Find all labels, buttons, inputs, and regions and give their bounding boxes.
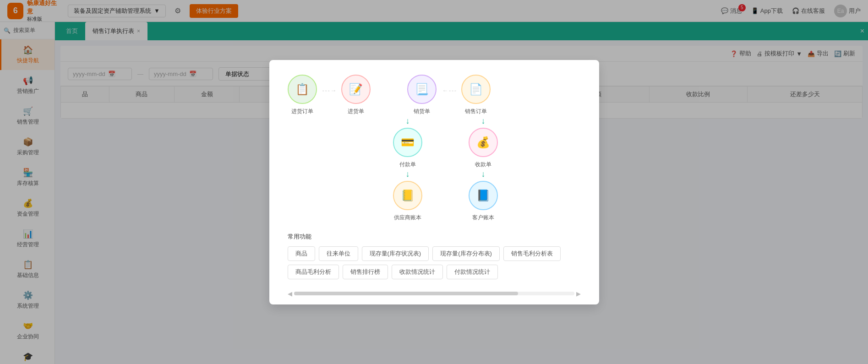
flow-node-sales-bill[interactable]: 📃 销货单 (407, 75, 437, 115)
flow-node-supplier-ledger[interactable]: 📒 供应商账本 (393, 181, 422, 222)
modal-scrollbar: ◀ ▶ (269, 290, 599, 304)
modal-overlay[interactable]: 📋 进货订单 - - - → 📝 进货单 📃 (0, 0, 868, 364)
scroll-left-arrow[interactable]: ◀ (288, 290, 292, 297)
common-functions: 常用功能 商品 往来单位 现存量(库存状况表) 现存量(库存分布表) 销售毛利分… (269, 233, 599, 290)
purchase-bill-circle: 📝 (341, 75, 371, 104)
sales-bill-circle: 📃 (407, 75, 437, 104)
func-btn-inventory-status[interactable]: 现存量(库存状况表) (362, 246, 429, 261)
payment-label: 付款单 (399, 161, 416, 168)
customer-ledger-label: 客户账本 (472, 214, 494, 222)
flow-modal: 📋 进货订单 - - - → 📝 进货单 📃 (269, 60, 599, 304)
down-arrow-receipt: ↓ (481, 169, 486, 179)
down-arrow-payment: ↓ (406, 169, 410, 179)
sales-bill-label: 销货单 (414, 108, 430, 115)
func-btn-payment-stats[interactable]: 付款情况统计 (447, 265, 498, 279)
scrollbar-thumb[interactable] (294, 292, 519, 295)
down-arrow-purchase: ↓ (406, 116, 410, 126)
function-buttons-container: 商品 往来单位 现存量(库存状况表) 现存量(库存分布表) 销售毛利分析表 商品… (288, 246, 581, 279)
flow-node-customer-ledger[interactable]: 📘 客户账本 (469, 181, 498, 222)
func-btn-sales-margin[interactable]: 销售毛利分析表 (503, 246, 561, 261)
func-btn-partner[interactable]: 往来单位 (319, 246, 358, 261)
purchase-order-label: 进货订单 (291, 108, 313, 115)
flow-node-receipt[interactable]: 💰 收款单 (469, 128, 498, 168)
supplier-ledger-label: 供应商账本 (394, 214, 421, 222)
func-btn-inventory-dist[interactable]: 现存量(库存分布表) (432, 246, 500, 261)
receipt-circle: 💰 (469, 128, 498, 157)
flow-node-purchase-order[interactable]: 📋 进货订单 (288, 75, 317, 115)
modal-flow: 📋 进货订单 - - - → 📝 进货单 📃 (269, 60, 599, 233)
purchase-order-circle: 📋 (288, 75, 317, 104)
func-btn-product[interactable]: 商品 (288, 246, 315, 261)
supplier-ledger-circle: 📒 (393, 181, 422, 210)
sales-order-label: 销售订单 (465, 108, 487, 115)
purchase-bill-label: 进货单 (348, 108, 364, 115)
flow-node-sales-order[interactable]: 📄 销售订单 (461, 75, 491, 115)
func-btn-sales-rank[interactable]: 销售排行榜 (343, 265, 388, 279)
scrollbar-track (294, 292, 574, 295)
func-btn-product-margin[interactable]: 商品毛利分析 (288, 265, 339, 279)
func-btn-receipt-stats[interactable]: 收款情况统计 (392, 265, 443, 279)
down-arrow-sales: ↓ (481, 116, 486, 126)
common-functions-title: 常用功能 (288, 233, 581, 241)
flow-node-purchase-bill[interactable]: 📝 进货单 (341, 75, 371, 115)
payment-circle: 💳 (393, 128, 422, 157)
sales-order-circle: 📄 (461, 75, 491, 104)
flow-node-payment[interactable]: 💳 付款单 (393, 128, 422, 168)
receipt-label: 收款单 (475, 161, 491, 168)
customer-ledger-circle: 📘 (469, 181, 498, 210)
scroll-right-arrow[interactable]: ▶ (576, 290, 581, 297)
